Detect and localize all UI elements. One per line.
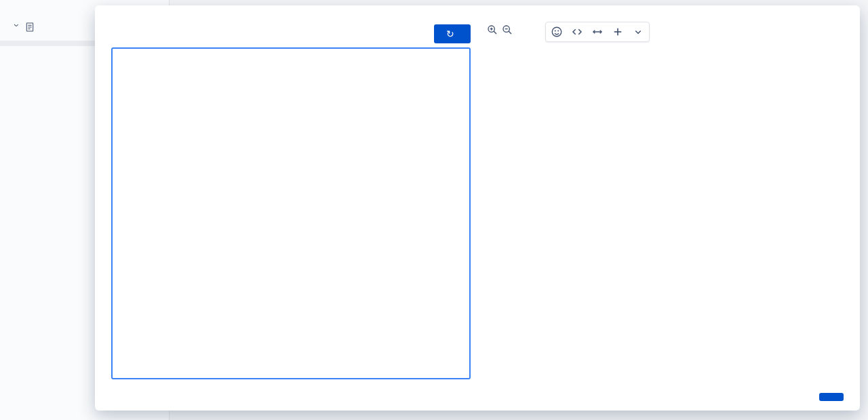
svg-point-5 xyxy=(555,30,555,31)
uml-code-input[interactable] xyxy=(111,47,471,379)
svg-line-11 xyxy=(494,31,496,34)
chevron-down-icon[interactable] xyxy=(631,25,645,39)
preview-canvas xyxy=(483,41,844,379)
save-button[interactable] xyxy=(819,393,844,401)
plantuml-settings-dialog: ↻ xyxy=(95,5,860,411)
resize-icon[interactable] xyxy=(591,25,604,39)
svg-point-6 xyxy=(558,30,559,31)
code-icon[interactable] xyxy=(570,25,584,39)
refresh-button[interactable]: ↻ xyxy=(434,24,471,43)
svg-line-15 xyxy=(509,31,511,34)
zoom-out-icon[interactable] xyxy=(502,24,513,37)
dialog-title xyxy=(95,5,860,24)
plus-icon[interactable] xyxy=(611,25,625,39)
refresh-icon: ↻ xyxy=(446,28,454,39)
close-button[interactable] xyxy=(787,393,811,401)
macro-toolbar xyxy=(545,22,650,42)
svg-point-4 xyxy=(552,27,561,37)
emoji-icon[interactable] xyxy=(550,25,564,39)
zoom-in-icon[interactable] xyxy=(487,24,498,37)
